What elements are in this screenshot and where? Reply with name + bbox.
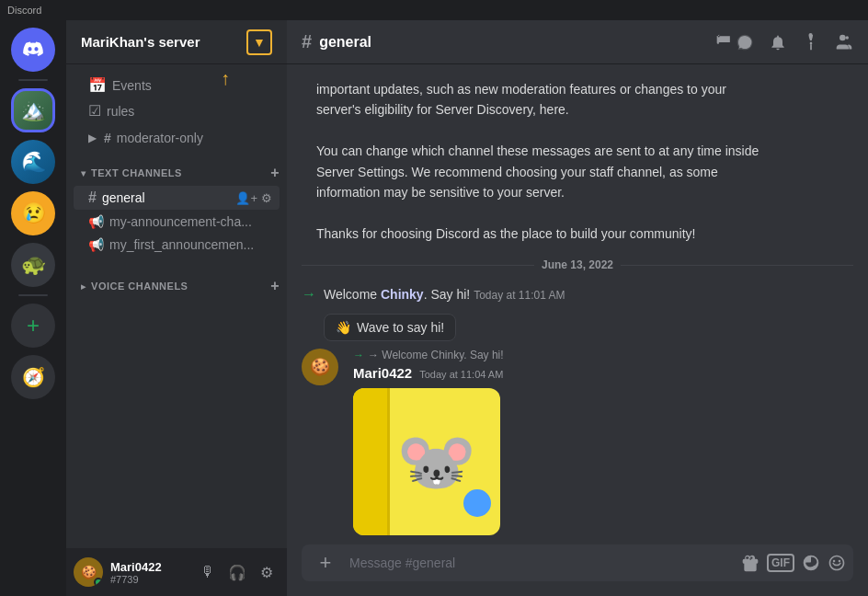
chinky-username: Chinky <box>381 287 424 302</box>
reply-arrow: → <box>353 349 364 361</box>
user-status-indicator <box>94 578 103 587</box>
user-settings-button[interactable]: ⚙ <box>254 559 280 585</box>
message-input[interactable] <box>349 544 734 581</box>
system-text-6: Thanks for choosing Discord as the place… <box>316 224 853 244</box>
voice-category-arrow: ▸ <box>81 281 86 292</box>
pin-button[interactable] <box>802 33 820 52</box>
server-icon-marikhan[interactable]: 🏔️ <box>11 88 55 132</box>
server-icon-home[interactable] <box>11 28 55 72</box>
voice-channels-label: ▸ VOICE CHANNELS <box>81 281 188 292</box>
system-text-3: You can change which channel these messa… <box>316 141 853 161</box>
text-channels-category[interactable]: ▾ TEXT CHANNELS + <box>66 150 287 185</box>
message-bar: + GIF <box>287 544 868 596</box>
emoji-button[interactable] <box>828 554 846 572</box>
date-divider: June 13, 2022 <box>302 258 853 271</box>
voice-channels-category[interactable]: ▸ VOICE CHANNELS + <box>66 263 287 298</box>
add-text-channel-button[interactable]: + <box>270 165 280 181</box>
mari0422-avatar: 🍪 <box>302 349 338 385</box>
category-arrow: ▾ <box>81 168 86 178</box>
server-header[interactable]: MariKhan's server ▼ <box>66 20 287 64</box>
announcement2-icon: 📢 <box>88 237 104 252</box>
events-icon: 📅 <box>88 76 107 94</box>
message-header: Mari0422 Today at 11:04 AM <box>353 365 853 381</box>
mari0422-message-content: → → Welcome Chinky. Say hi! Mari0422 Tod… <box>353 349 853 535</box>
message-timestamp: Today at 11:04 AM <box>419 369 503 380</box>
message-username: Mari0422 <box>353 365 412 381</box>
sticker-content: 🐭 <box>353 388 500 535</box>
date-divider-text: June 13, 2022 <box>542 258 613 271</box>
announcement2-label: my_first_announcemen... <box>109 237 272 252</box>
mic-button[interactable]: 🎙 <box>195 559 221 585</box>
system-text-2: server's eligibility for Server Discover… <box>316 99 853 120</box>
wave-button-container: 👋 Wave to say hi! <box>324 310 853 341</box>
sticker-button[interactable] <box>802 554 820 572</box>
welcome-message-1: → Welcome Chinky. Say hi! Today at 11:01… <box>302 286 853 303</box>
welcome-text: Welcome Chinky. Say hi! Today at 11:01 A… <box>324 287 565 302</box>
mari0422-avatar-emoji: 🍪 <box>310 357 330 377</box>
members-button[interactable] <box>835 33 853 52</box>
channel-list: 📅 Events ☑ rules ▶ # moderator-only ▾ TE… <box>66 64 287 548</box>
moderator-label: moderator-only <box>117 131 272 145</box>
moderator-hash-icon: # <box>104 131 111 145</box>
server-icon-2[interactable]: 🌊 <box>11 140 55 184</box>
explore-button[interactable]: 🧭 <box>11 355 55 399</box>
rules-label: rules <box>107 104 272 119</box>
channel-item-announcement1[interactable]: 📢 my-announcement-cha... <box>74 211 280 233</box>
message-input-actions: GIF <box>741 554 846 572</box>
general-label: general <box>102 190 231 205</box>
svg-point-1 <box>833 560 836 563</box>
arrow-up-indicator: ↑ <box>221 68 230 89</box>
channel-item-moderator[interactable]: ▶ # moderator-only <box>74 127 280 149</box>
sticker-image: 🐭 <box>353 388 500 535</box>
sticker-container: 🐭 <box>353 388 853 535</box>
dropdown-arrow-icon: ▼ <box>253 35 266 50</box>
user-avatar: 🍪 <box>74 557 103 587</box>
title-bar: Discord <box>0 0 868 20</box>
server-divider-2 <box>18 294 48 296</box>
channel-item-general[interactable]: # general 👤+ ⚙ <box>74 186 280 210</box>
svg-point-0 <box>839 560 841 563</box>
add-content-button[interactable]: + <box>309 546 342 579</box>
server-icon-4[interactable]: 🐢 <box>11 243 55 287</box>
welcome-system-message: → Welcome Chinky. Say hi! Today at 11:01… <box>302 286 853 341</box>
channel-sidebar: MariKhan's server ▼ ↑ 📅 Events ☑ rules ▶… <box>66 20 287 596</box>
channel-item-announcement2[interactable]: 📢 my_first_announcemen... <box>74 234 280 256</box>
wave-to-say-hi-button[interactable]: 👋 Wave to say hi! <box>324 314 456 341</box>
gift-button[interactable] <box>741 554 760 572</box>
user-controls: 🎙 🎧 ⚙ <box>195 559 280 585</box>
server-dropdown-button[interactable]: ▼ <box>246 29 272 55</box>
channel-hash-icon: # <box>302 31 312 52</box>
notification-button[interactable] <box>769 33 787 52</box>
header-actions <box>715 33 853 52</box>
sticker-character: 🐭 <box>396 424 476 499</box>
events-label: Events <box>112 78 272 93</box>
add-server-button[interactable]: + <box>11 304 55 348</box>
channel-header: # general <box>287 20 868 64</box>
sticker-stripe <box>353 388 390 535</box>
wave-emoji: 👋 <box>336 320 351 335</box>
message-reply-ref: → → Welcome Chinky. Say hi! <box>353 349 853 361</box>
text-channels-label: ▾ TEXT CHANNELS <box>81 167 182 178</box>
invite-icon[interactable]: 👤+ <box>235 191 257 205</box>
server-name: MariKhan's server <box>81 34 200 50</box>
user-info: Mari0422 #7739 <box>110 560 188 585</box>
channel-item-events[interactable]: 📅 Events <box>74 73 280 97</box>
app-layout: 🏔️ 🌊 😢 🐢 + 🧭 MariKhan's server ▼ <box>0 20 868 596</box>
threads-button[interactable] <box>715 33 754 52</box>
add-voice-channel-button[interactable]: + <box>270 278 280 294</box>
moderator-collapse-arrow: ▶ <box>88 132 97 144</box>
app-title: Discord <box>7 5 41 16</box>
messages-container[interactable]: important updates, such as new moderatio… <box>287 64 868 544</box>
gif-button[interactable]: GIF <box>767 554 794 572</box>
settings-icon[interactable]: ⚙ <box>261 191 272 205</box>
user-bar: 🍪 Mari0422 #7739 🎙 🎧 ⚙ <box>66 548 287 596</box>
server-list: 🏔️ 🌊 😢 🐢 + 🧭 <box>0 20 66 596</box>
username: Mari0422 <box>110 560 188 574</box>
channel-header-name: general <box>319 34 371 51</box>
server-icon-3[interactable]: 😢 <box>11 191 55 235</box>
channel-item-rules[interactable]: ☑ rules <box>74 98 280 123</box>
message-group-mari0422: 🍪 → → Welcome Chinky. Say hi! Mari0422 T… <box>302 349 853 535</box>
headphone-button[interactable]: 🎧 <box>224 559 250 585</box>
main-content: # general impor <box>287 20 868 596</box>
user-tag: #7739 <box>110 574 188 585</box>
